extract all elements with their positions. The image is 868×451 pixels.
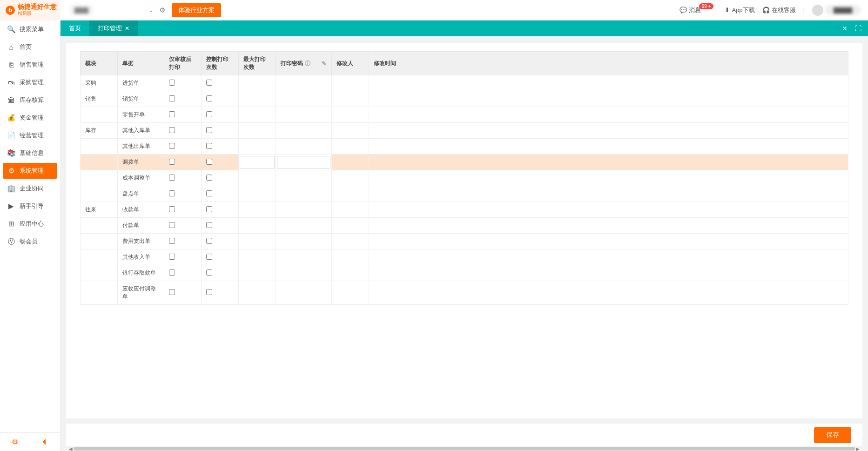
cell-max-count[interactable] <box>239 202 276 218</box>
cell-max-count[interactable] <box>239 75 276 91</box>
sidebar-item-sales[interactable]: ⎘销售管理 <box>0 56 60 74</box>
tab-print-manage[interactable]: 打印管理 ✕ <box>89 20 138 36</box>
cell-audit-print[interactable] <box>164 91 202 107</box>
cell-control-count[interactable] <box>202 139 239 155</box>
audit-print-checkbox[interactable] <box>169 127 175 133</box>
cell-password[interactable] <box>276 139 332 155</box>
scroll-right-icon[interactable]: ▶ <box>855 446 861 451</box>
cell-max-count[interactable] <box>239 139 276 155</box>
collapse-icon[interactable]: ⏴ <box>41 438 48 446</box>
control-count-checkbox[interactable] <box>206 95 212 101</box>
cell-max-count[interactable] <box>239 281 276 305</box>
cell-control-count[interactable] <box>202 75 239 91</box>
control-count-checkbox[interactable] <box>206 143 212 149</box>
sidebar-item-basic[interactable]: 📚基础信息 <box>0 144 60 162</box>
cell-max-count[interactable] <box>239 218 276 234</box>
sidebar-item-system[interactable]: ⚙系统管理 <box>3 163 57 179</box>
control-count-checkbox[interactable] <box>206 190 212 196</box>
cell-audit-print[interactable] <box>164 218 202 234</box>
sidebar-item-finance[interactable]: 💰资金管理 <box>0 109 60 127</box>
cell-password[interactable] <box>276 265 332 281</box>
cell-password[interactable] <box>276 91 332 107</box>
cell-audit-print[interactable] <box>164 186 202 202</box>
gear-icon[interactable]: ⚙ <box>159 6 165 14</box>
cell-audit-print[interactable] <box>164 123 202 139</box>
cell-max-count[interactable] <box>239 265 276 281</box>
control-count-checkbox[interactable] <box>206 80 212 86</box>
sidebar-item-home[interactable]: ⌂首页 <box>0 38 60 56</box>
audit-print-checkbox[interactable] <box>169 269 175 276</box>
cell-audit-print[interactable] <box>164 265 202 281</box>
chevron-down-icon[interactable]: ⌄ <box>149 7 154 13</box>
cell-password[interactable] <box>276 234 332 249</box>
cell-control-count[interactable] <box>202 234 239 249</box>
cell-password[interactable] <box>276 107 332 123</box>
cell-audit-print[interactable] <box>164 281 202 305</box>
cell-password[interactable] <box>276 218 332 234</box>
cell-control-count[interactable] <box>202 281 239 305</box>
cell-control-count[interactable] <box>202 107 239 123</box>
audit-print-checkbox[interactable] <box>169 254 175 260</box>
control-count-checkbox[interactable] <box>206 175 212 181</box>
cell-audit-print[interactable] <box>164 139 202 155</box>
tab-home[interactable]: 首页 <box>61 20 89 36</box>
sidebar-item-vip[interactable]: Ⓥ畅会员 <box>0 233 60 250</box>
cell-max-count[interactable] <box>239 107 276 123</box>
cell-password[interactable] <box>276 249 332 265</box>
control-count-checkbox[interactable] <box>206 127 212 133</box>
audit-print-checkbox[interactable] <box>169 95 175 101</box>
cell-password[interactable] <box>276 202 332 218</box>
cell-audit-print[interactable] <box>164 107 202 123</box>
audit-print-checkbox[interactable] <box>169 222 175 228</box>
app-download-link[interactable]: ⬇ App下载 <box>725 6 754 14</box>
messages-link[interactable]: 💬 消息 99 + <box>680 6 718 14</box>
cell-audit-print[interactable] <box>164 170 202 186</box>
cell-max-count[interactable] <box>239 186 276 202</box>
sidebar-item-operation[interactable]: 📄经营管理 <box>0 127 60 144</box>
help-icon[interactable]: ⓘ <box>305 60 310 67</box>
cell-max-count[interactable] <box>239 155 276 170</box>
cell-audit-print[interactable] <box>164 155 202 170</box>
control-count-checkbox[interactable] <box>206 206 212 212</box>
sidebar-item-purchase[interactable]: 🛍采购管理 <box>0 74 60 91</box>
control-count-checkbox[interactable] <box>206 238 212 244</box>
cell-control-count[interactable] <box>202 265 239 281</box>
control-count-checkbox[interactable] <box>206 289 212 295</box>
audit-print-checkbox[interactable] <box>169 159 175 165</box>
cell-max-count[interactable] <box>239 234 276 249</box>
audit-print-checkbox[interactable] <box>169 111 175 117</box>
audit-print-checkbox[interactable] <box>169 289 175 295</box>
cell-control-count[interactable] <box>202 123 239 139</box>
cell-max-count[interactable] <box>239 91 276 107</box>
scroll-left-icon[interactable]: ◀ <box>68 446 74 451</box>
online-service-link[interactable]: 🎧 在线客服 <box>762 6 796 14</box>
sidebar-item-guide[interactable]: ▶新手引导 <box>0 197 60 215</box>
cell-control-count[interactable] <box>202 186 239 202</box>
company-select[interactable]: ▇▇▇ <box>70 5 93 15</box>
control-count-checkbox[interactable] <box>206 222 212 228</box>
cell-max-count[interactable] <box>239 249 276 265</box>
cell-audit-print[interactable] <box>164 249 202 265</box>
cell-control-count[interactable] <box>202 218 239 234</box>
sidebar-item-apps[interactable]: ⊞应用中心 <box>0 215 60 233</box>
settings-icon[interactable]: ⚙ <box>12 438 18 446</box>
cell-password[interactable] <box>276 281 332 305</box>
cell-control-count[interactable] <box>202 249 239 265</box>
cell-password[interactable] <box>276 186 332 202</box>
industry-plan-button[interactable]: 体验行业方案 <box>172 3 221 17</box>
cell-control-count[interactable] <box>202 202 239 218</box>
cell-max-count[interactable] <box>239 170 276 186</box>
cell-control-count[interactable] <box>202 155 239 170</box>
cell-audit-print[interactable] <box>164 234 202 249</box>
cell-audit-print[interactable] <box>164 75 202 91</box>
edit-icon[interactable]: ✎ <box>322 60 327 67</box>
audit-print-checkbox[interactable] <box>169 206 175 212</box>
sidebar-item-search[interactable]: 🔍搜索菜单 <box>0 20 60 38</box>
cell-control-count[interactable] <box>202 91 239 107</box>
control-count-checkbox[interactable] <box>206 159 212 165</box>
audit-print-checkbox[interactable] <box>169 175 175 181</box>
user-menu[interactable]: ▇▇▇▇ <box>812 5 861 16</box>
sidebar-item-inventory[interactable]: 🏛库存核算 <box>0 91 60 109</box>
close-icon[interactable]: ✕ <box>125 25 129 32</box>
cell-password[interactable] <box>276 170 332 186</box>
